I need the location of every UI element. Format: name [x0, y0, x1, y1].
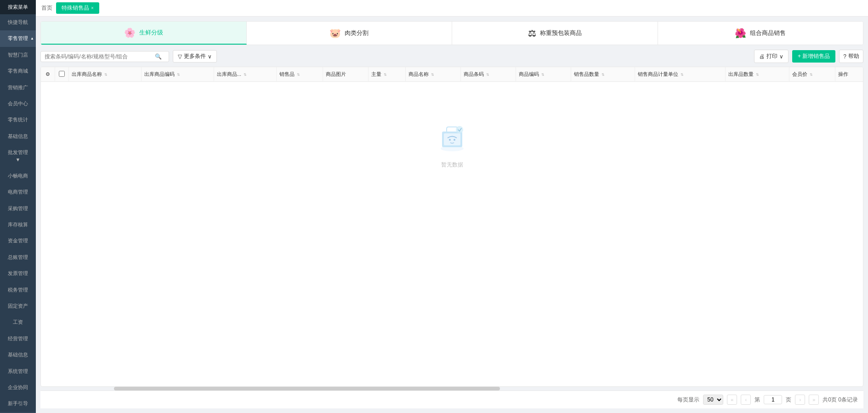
search-icon[interactable]: 🔍: [155, 53, 162, 60]
th-product-code[interactable]: 商品编码 ⇅: [516, 67, 571, 82]
page-size-select[interactable]: 50: [703, 395, 723, 405]
sidebar-item-label: 税务管理: [2, 287, 34, 293]
sidebar-logo[interactable]: 搜索菜单: [0, 0, 36, 14]
th-product-image[interactable]: 商品图片: [323, 67, 368, 82]
sidebar-item-retail-mgmt[interactable]: 零售管理: [0, 30, 36, 46]
scrollbar-thumb[interactable]: [114, 387, 500, 390]
sidebar-item-payroll[interactable]: 工资: [0, 314, 36, 330]
fresh-grade-icon: 🌸: [124, 27, 136, 38]
sidebar-item-tax-mgmt[interactable]: 税务管理: [0, 282, 36, 298]
tab-meat-cut[interactable]: 🐷 肉类分割: [247, 22, 453, 45]
th-out-product-name[interactable]: 出库商品名称 ⇅: [68, 67, 141, 82]
th-settings[interactable]: ⚙: [41, 67, 55, 82]
th-sales-product[interactable]: 销售品 ⇅: [276, 67, 323, 82]
sidebar-item-invoice-mgmt[interactable]: 发票管理: [0, 265, 36, 281]
sidebar-item-ecom-mgmt[interactable]: 电商管理: [0, 184, 36, 200]
meat-cut-icon: 🐷: [329, 28, 341, 39]
prev-page-button[interactable]: ‹: [741, 395, 751, 405]
th-weight[interactable]: 主量 ⇅: [368, 67, 406, 82]
sidebar-item-label: 批发管理: [2, 149, 34, 156]
sidebar-item-mini-ecom[interactable]: 小畅电商: [0, 168, 36, 184]
sidebar-item-label: 资金管理: [2, 237, 34, 244]
tab-fresh-grade[interactable]: 🌸 生鲜分级: [41, 22, 247, 45]
sidebar-item-member-center[interactable]: 会员中心: [0, 96, 36, 112]
tab-combo-sales-label: 组合商品销售: [750, 29, 786, 37]
add-sales-button[interactable]: + 新增销售品: [792, 50, 835, 63]
print-button[interactable]: 🖨 打印 ∨: [754, 50, 789, 63]
sidebar-item-label: 零售管理: [2, 35, 34, 42]
th-out-product-short[interactable]: 出库商品... ⇅: [214, 67, 276, 82]
sort-arrows-sales-product[interactable]: ⇅: [297, 73, 300, 77]
sort-arrows-out-product-name[interactable]: ⇅: [104, 73, 108, 77]
active-tab[interactable]: 特殊销售品 ×: [56, 2, 99, 14]
tab-weight-prepack[interactable]: ⚖ 称重预包装商品: [452, 22, 658, 45]
sort-arrows-weight[interactable]: ⇅: [384, 73, 387, 77]
search-input[interactable]: [45, 53, 155, 60]
sidebar-item-retail-mall[interactable]: 零售商城: [0, 63, 36, 79]
help-button[interactable]: ? 帮助: [839, 50, 863, 63]
th-member-price[interactable]: 会员价 ⇅: [789, 67, 835, 82]
settings-icon[interactable]: ⚙: [45, 71, 50, 77]
empty-text: 暂无数据: [441, 161, 463, 169]
select-all-checkbox[interactable]: [59, 71, 65, 77]
topbar: 首页 特殊销售品 ×: [36, 0, 868, 17]
home-link[interactable]: 首页: [41, 4, 52, 12]
svg-point-4: [454, 139, 455, 141]
last-page-button[interactable]: »: [809, 395, 819, 405]
sidebar-item-purchase-mgmt[interactable]: 采购管理: [0, 201, 36, 217]
th-checkbox[interactable]: [55, 67, 68, 82]
sidebar-item-inventory[interactable]: 库存核算: [0, 217, 36, 233]
sort-arrows-sales-qty[interactable]: ⇅: [601, 73, 605, 77]
sidebar-item-smart-store[interactable]: 智慧门店: [0, 47, 36, 63]
th-product-name[interactable]: 商品名称 ⇅: [406, 67, 461, 82]
sidebar-item-basic-info[interactable]: 基础信息: [0, 128, 36, 144]
filter-button[interactable]: ▽ 更多条件 ∨: [173, 50, 217, 63]
sidebar-item-label: 基础信息: [2, 351, 34, 358]
th-out-product-code[interactable]: 出库商品编码 ⇅: [141, 67, 214, 82]
close-tab-icon[interactable]: ×: [91, 6, 94, 11]
sort-arrows-product-barcode[interactable]: ⇅: [486, 73, 489, 77]
pagination: 每页显示 50 « ‹ 第 页 › » 共0页 0条记录: [40, 390, 863, 408]
filter-icon: ▽: [178, 53, 182, 60]
sidebar-item-sales-promo[interactable]: 营销推广: [0, 80, 36, 96]
sort-arrows-product-name[interactable]: ⇅: [431, 73, 434, 77]
sidebar-item-enterprise[interactable]: 企业协同: [0, 379, 36, 396]
tab-meat-cut-label: 肉类分割: [345, 29, 369, 37]
sidebar-item-general-ledger[interactable]: 总账管理: [0, 249, 36, 265]
sidebar-item-new-guide[interactable]: 新手引导: [0, 396, 36, 412]
sidebar-item-basic-info2[interactable]: 基础信息: [0, 347, 36, 363]
help-label: 帮助: [848, 52, 859, 60]
th-product-barcode[interactable]: 商品条码 ⇅: [461, 67, 516, 82]
sort-arrows-sales-unit[interactable]: ⇅: [681, 73, 684, 77]
sidebar-item-fixed-assets[interactable]: 固定资产: [0, 298, 36, 314]
th-out-qty[interactable]: 出库品数量 ⇅: [725, 67, 789, 82]
filter-arrow-icon: ∨: [208, 53, 212, 60]
search-box[interactable]: 🔍: [40, 51, 169, 62]
add-label: + 新增销售品: [798, 52, 830, 60]
sidebar-item-quick-nav[interactable]: 快捷导航: [0, 14, 36, 30]
combo-sales-icon: 🌺: [735, 28, 746, 39]
sort-arrows-out-qty[interactable]: ⇅: [756, 73, 759, 77]
th-sales-qty[interactable]: 销售品数量 ⇅: [571, 67, 635, 82]
page-number-input[interactable]: [764, 395, 782, 404]
page-unit: 页: [786, 396, 791, 404]
toolbar-right: 🖨 打印 ∨ + 新增销售品 ? 帮助: [754, 50, 863, 63]
next-page-button[interactable]: ›: [795, 395, 805, 405]
sidebar-item-finance-mgmt[interactable]: 资金管理: [0, 233, 36, 249]
sort-arrows-product-code[interactable]: ⇅: [541, 73, 545, 77]
tab-weight-prepack-label: 称重预包装商品: [540, 29, 582, 37]
th-sales-unit[interactable]: 销售商品计量单位 ⇅: [635, 67, 725, 82]
sidebar-item-label: 发票管理: [2, 270, 34, 277]
first-page-button[interactable]: «: [727, 395, 737, 405]
sort-arrows-member-price[interactable]: ⇅: [810, 73, 813, 77]
sidebar-item-wholesale-mgmt[interactable]: 批发管理: [0, 144, 36, 168]
tab-combo-sales[interactable]: 🌺 组合商品销售: [658, 22, 863, 45]
sidebar-item-label: 快捷导航: [2, 19, 34, 26]
sidebar-item-retail-stats[interactable]: 零售统计: [0, 112, 36, 128]
sidebar-item-system-mgmt[interactable]: 系统管理: [0, 363, 36, 379]
sort-arrows-out-product-short[interactable]: ⇅: [244, 73, 247, 77]
horizontal-scrollbar[interactable]: [40, 387, 863, 390]
sidebar-item-ops-mgmt[interactable]: 经营管理: [0, 331, 36, 347]
sidebar-item-label: 零售商城: [2, 68, 34, 75]
sort-arrows-out-product-code[interactable]: ⇅: [177, 73, 180, 77]
